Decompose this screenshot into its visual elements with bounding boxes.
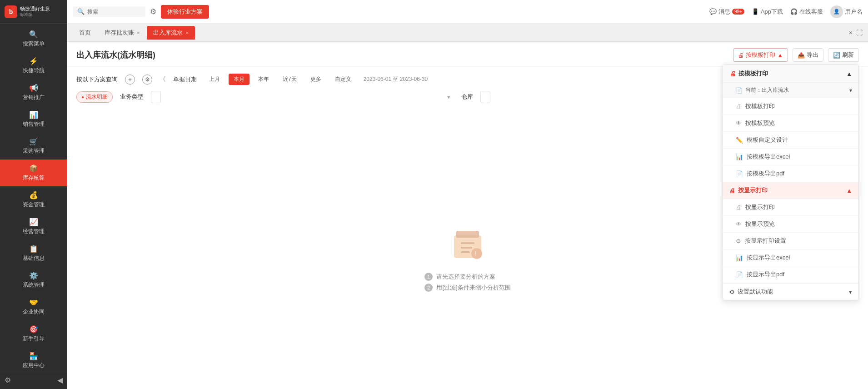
display-excel-icon: 📊 (736, 254, 743, 261)
current-template-arrow: ▾ (849, 87, 852, 94)
topbar-search-wrap[interactable]: 🔍 (73, 6, 145, 17)
template-export-excel-button[interactable]: 📊 按模板导出excel (723, 149, 858, 165)
sidebar-item-label: 搜索菜单 (23, 40, 45, 48)
sidebar-item-operations[interactable]: 📈 经营管理 (0, 213, 67, 240)
display-print-settings-button[interactable]: ⚙ 按显示打印设置 (723, 233, 858, 249)
empty-steps: 1 请先选择要分析的方案 2 用[过滤]条件来缩小分析范围 (424, 273, 510, 292)
topbar-search-input[interactable] (87, 9, 137, 15)
tabs-bar: 首页 库存批次账 × 出入库流水 × × ⛶ (67, 24, 868, 42)
display-export-excel-button[interactable]: 📊 按显示导出excel (723, 249, 858, 266)
display-export-pdf-button[interactable]: 📄 按显示导出pdf (723, 266, 858, 283)
main-area: 🔍 ⚙ 体验行业方案 💬 消息 99+ 📱 App下载 🎧 在线客服 👤 (67, 0, 868, 389)
template-design-button[interactable]: ✏️ 模板自定义设计 (723, 132, 858, 149)
sidebar-item-guide[interactable]: 🎯 新手引导 (0, 320, 67, 347)
svg-text:!: ! (475, 250, 477, 257)
refresh-button[interactable]: 🔄 刷新 (828, 48, 859, 62)
print-template-button[interactable]: 🖨 按模板打印 ▲ (733, 48, 788, 62)
filter-tag-label: 流水明细 (86, 93, 108, 101)
settings-icon: ⚙ (729, 289, 735, 295)
warehouse-select[interactable] (480, 91, 490, 103)
tab-home[interactable]: 首页 (73, 26, 97, 40)
excel-icon: 📊 (736, 154, 743, 160)
date-filter: 上月 本月 本年 近7天 更多 自定义 (204, 74, 356, 85)
set-default-function-button[interactable]: ⚙ 设置默认功能 ▾ (723, 283, 858, 300)
export-label: 导出 (807, 51, 818, 59)
app-download-button[interactable]: 📱 App下载 (752, 8, 783, 16)
sidebar-item-label: 应用中心 (23, 362, 45, 369)
date-range-display: 2023-06-01 至 2023-06-30 (364, 75, 428, 83)
date-btn-more[interactable]: 更多 (305, 74, 326, 85)
online-service-button[interactable]: 🎧 在线客服 (790, 8, 823, 16)
date-btn-this-year[interactable]: 本年 (253, 74, 274, 85)
sidebar-item-system[interactable]: ⚙️ 系统管理 (0, 267, 67, 294)
preview-icon: 👁 (736, 120, 742, 127)
active-filter-tag[interactable]: ● 流水明细 (76, 91, 113, 103)
sidebar-item-quicknav[interactable]: ⚡ 快捷导航 (0, 52, 67, 79)
topbar: 🔍 ⚙ 体验行业方案 💬 消息 99+ 📱 App下载 🎧 在线客服 👤 (67, 0, 868, 24)
user-name: 用户名 (845, 8, 863, 16)
pdf-icon: 📄 (736, 170, 743, 177)
sidebar-item-inventory[interactable]: 📦 库存核算 (0, 160, 67, 186)
template-icon: 📄 (736, 87, 743, 94)
tab-inventory-flow[interactable]: 出入库流水 × (147, 26, 195, 40)
display-export-pdf-label: 按显示导出pdf (747, 270, 784, 279)
sidebar-item-appstore[interactable]: 🏪 应用中心 (0, 347, 67, 371)
display-print-section-header[interactable]: 🖨 按显示打印 ▲ (723, 182, 858, 199)
sidebar-item-label: 新手引导 (23, 335, 45, 343)
svg-rect-3 (461, 247, 472, 249)
industry-solution-button[interactable]: 体验行业方案 (161, 5, 209, 19)
window-close-icon[interactable]: × (849, 29, 853, 36)
sidebar-item-label: 销售管理 (23, 120, 45, 128)
current-template-row[interactable]: 📄 当前：出入库流水 ▾ (723, 83, 858, 98)
messages-button[interactable]: 💬 消息 99+ (709, 8, 744, 16)
template-preview-button[interactable]: 👁 按模板预览 (723, 115, 858, 132)
sidebar-item-label: 库存核算 (23, 174, 45, 182)
filter-scheme-label: 按以下方案查询 (76, 75, 118, 84)
filter-settings-button[interactable]: ⚙ (142, 75, 152, 85)
logo-icon: b (5, 5, 17, 18)
filter-collapse-button[interactable]: 《 (160, 75, 166, 84)
display-preview-button[interactable]: 👁 按显示预览 (723, 216, 858, 233)
date-btn-7days[interactable]: 近7天 (278, 74, 302, 85)
tab-inventory-batch[interactable]: 库存批次账 × (98, 26, 146, 40)
user-avatar[interactable]: 👤 用户名 (830, 5, 863, 18)
date-btn-last-month[interactable]: 上月 (204, 74, 225, 85)
sidebar-collapse-button[interactable]: ◀ (57, 376, 63, 384)
print-template-label: 按模板打印 (746, 51, 775, 59)
sidebar-item-purchase[interactable]: 🛒 采购管理 (0, 133, 67, 160)
date-btn-custom[interactable]: 自定义 (330, 74, 356, 85)
sidebar: b 畅捷通好生意 标准版 🔍 搜索菜单 ⚡ 快捷导航 📢 营销推广 📊 销售管理… (0, 0, 67, 389)
sidebar-item-search[interactable]: 🔍 搜索菜单 (0, 25, 67, 52)
sidebar-item-basic[interactable]: 📋 基础信息 (0, 240, 67, 267)
display-settings-icon: ⚙ (736, 238, 741, 244)
sidebar-settings-button[interactable]: ⚙ (5, 376, 11, 384)
tab-inventory-flow-close[interactable]: × (185, 30, 188, 35)
display-pdf-icon: 📄 (736, 271, 743, 278)
sidebar-item-collab[interactable]: 🤝 企业协同 (0, 294, 67, 320)
filter-add-button[interactable]: + (125, 75, 135, 85)
empty-illustration: ! (445, 222, 490, 267)
biz-type-select[interactable] (151, 91, 161, 103)
step-2-num: 2 (424, 284, 433, 292)
export-button[interactable]: 📤 导出 (793, 48, 823, 62)
sidebar-item-sales[interactable]: 📊 销售管理 (0, 106, 67, 133)
sidebar-item-marketing[interactable]: 📢 营销推广 (0, 79, 67, 106)
sidebar-item-label: 营销推广 (23, 94, 45, 101)
export-icon: 📤 (798, 52, 805, 59)
display-print-button[interactable]: 🖨 按显示打印 (723, 199, 858, 216)
sidebar-item-finance[interactable]: 💰 资金管理 (0, 186, 67, 213)
target-icon: 🎯 (29, 325, 38, 334)
chart-icon: 📊 (29, 110, 38, 119)
store-icon: 🏪 (29, 352, 38, 360)
step-2-text: 用[过滤]条件来缩小分析范围 (436, 284, 510, 292)
display-print-doc-icon: 🖨 (736, 204, 742, 211)
window-maximize-icon[interactable]: ⛶ (856, 29, 863, 36)
topbar-settings-icon[interactable]: ⚙ (150, 7, 156, 16)
template-print-button[interactable]: 🖨 按模板打印 (723, 98, 858, 115)
template-export-pdf-button[interactable]: 📄 按模板导出pdf (723, 165, 858, 182)
step-1-num: 1 (424, 273, 433, 281)
date-btn-this-month[interactable]: 本月 (229, 74, 249, 85)
refresh-label: 刷新 (842, 51, 854, 59)
date-label: 单据日期 (173, 75, 197, 84)
tab-inventory-batch-close[interactable]: × (137, 30, 140, 35)
